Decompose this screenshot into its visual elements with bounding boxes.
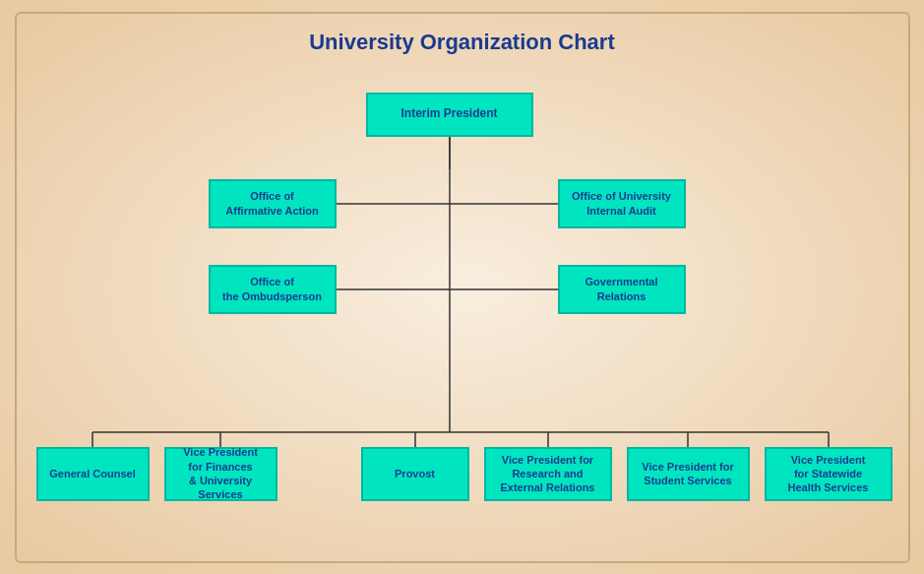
node-office-internal-audit: Office of UniversityInternal Audit [558,179,686,228]
node-vp-research: Vice President forResearch andExternal R… [484,447,612,501]
node-vp-statewide: Vice Presidentfor StatewideHealth Servic… [765,447,893,501]
node-office-affirmative-action: Office ofAffirmative Action [209,179,337,228]
node-vp-student-services: Vice President forStudent Services [627,447,750,501]
org-chart: Interim President Office ofAffirmative A… [27,63,898,546]
node-vp-finances: Vice Presidentfor Finances& University S… [164,447,277,501]
node-provost: Provost [361,447,469,501]
chart-container: University Organization Chart [15,12,910,563]
node-general-counsel: General Counsel [36,447,150,501]
node-governmental-relations: GovernmentalRelations [558,265,686,314]
node-interim-president: Interim President [366,93,533,137]
node-office-ombudsperson: Office ofthe Ombudsperson [209,265,337,314]
chart-title: University Organization Chart [27,24,898,55]
